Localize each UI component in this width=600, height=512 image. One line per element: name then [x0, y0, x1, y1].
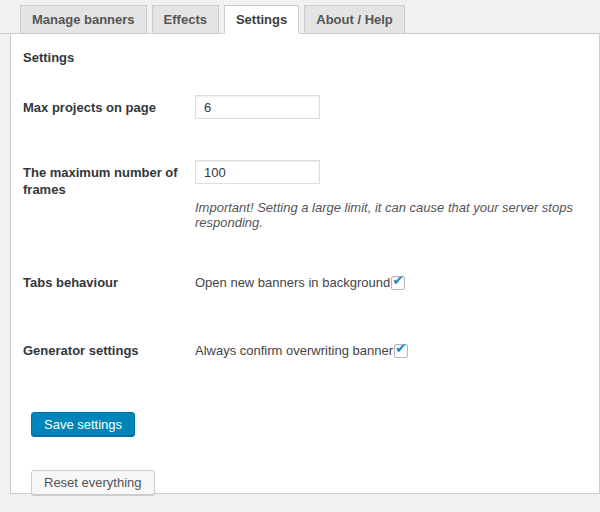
field-label: Generator settings [23, 338, 195, 359]
save-button-row: Save settings [23, 359, 587, 437]
open-in-background-checkbox[interactable]: ✔ [391, 276, 405, 290]
check-icon: ✔ [395, 341, 407, 355]
tab-bar: Manage banners Effects Settings About / … [0, 0, 600, 34]
tab-manage-banners[interactable]: Manage banners [20, 5, 147, 34]
field-cell: Open new banners in background✔ [195, 270, 587, 291]
field-cell [195, 95, 587, 119]
checkbox-row: Always confirm overwriting banner✔ [195, 338, 587, 359]
field-label: Tabs behaviour [23, 270, 195, 291]
field-label: Max projects on page [23, 95, 195, 116]
max-projects-input[interactable] [195, 95, 320, 119]
settings-panel: Settings Max projects on page The maximu… [10, 34, 600, 494]
checkbox-label: Always confirm overwriting banner [195, 343, 393, 358]
tab-effects[interactable]: Effects [152, 5, 219, 34]
reset-everything-button[interactable]: Reset everything [31, 470, 155, 495]
checkbox-label: Open new banners in background [195, 275, 390, 290]
confirm-overwrite-checkbox[interactable]: ✔ [394, 344, 408, 358]
form-row-tabs-behaviour: Tabs behaviour Open new banners in backg… [23, 270, 587, 291]
form-row-max-frames: The maximum number of frames Important! … [23, 160, 587, 230]
frames-warning-note: Important! Setting a large limit, it can… [195, 200, 587, 230]
checkbox-row: Open new banners in background✔ [195, 270, 587, 291]
max-frames-input[interactable] [195, 160, 320, 184]
save-settings-button[interactable]: Save settings [31, 412, 135, 437]
panel-heading: Settings [23, 50, 587, 65]
form-row-generator-settings: Generator settings Always confirm overwr… [23, 338, 587, 359]
form-row-max-projects: Max projects on page [23, 95, 587, 119]
check-icon: ✔ [392, 273, 404, 287]
field-label: The maximum number of frames [23, 160, 195, 198]
tab-about-help[interactable]: About / Help [304, 5, 405, 34]
field-cell: Always confirm overwriting banner✔ [195, 338, 587, 359]
field-cell: Important! Setting a large limit, it can… [195, 160, 587, 230]
reset-button-row: Reset everything [23, 437, 587, 495]
tab-settings[interactable]: Settings [224, 5, 299, 34]
